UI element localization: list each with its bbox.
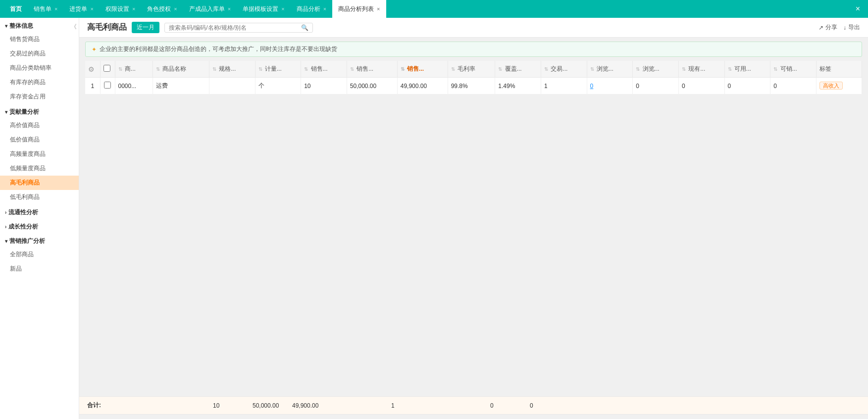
sidebar-item-high-freq[interactable]: 高频量度商品 bbox=[0, 147, 79, 161]
sidebar-group-growth[interactable]: › 成长性分析 bbox=[0, 219, 79, 233]
select-all-checkbox[interactable] bbox=[103, 65, 110, 72]
search-input[interactable] bbox=[169, 24, 301, 31]
search-box: 🔍 bbox=[164, 23, 313, 33]
row-transaction: 1 bbox=[541, 78, 587, 94]
col-browse1-header[interactable]: ⇅ 浏览... bbox=[587, 61, 633, 78]
col-sales-profit-header[interactable]: ⇅ 销售... bbox=[397, 61, 448, 78]
main-layout: 《 ▾ 整体信息 销售货商品 交易过的商品 商品分类助销率 有库存的商品 库存资… bbox=[0, 18, 868, 419]
nav-tab-permissions[interactable]: 权限设置 × bbox=[100, 0, 141, 18]
col-sellable-header[interactable]: ⇅ 可销... bbox=[770, 61, 817, 78]
sidebar-group-marketing[interactable]: ▾ 营销推广分析 bbox=[0, 233, 79, 247]
close-icon[interactable]: × bbox=[228, 6, 231, 12]
col-name-header[interactable]: ⇅ 商品名称 bbox=[153, 61, 209, 78]
col-spec-header[interactable]: ⇅ 规格... bbox=[209, 61, 255, 78]
search-icon[interactable]: 🔍 bbox=[301, 24, 308, 31]
nav-tab-analysis[interactable]: 商品分析 × bbox=[291, 0, 332, 18]
row-name: 运费 bbox=[153, 78, 209, 94]
col-unit-header[interactable]: ⇅ 计量... bbox=[255, 61, 301, 78]
sidebar-item-low-value[interactable]: 低价值商品 bbox=[0, 133, 79, 147]
sort-icon: ⇅ bbox=[350, 66, 354, 72]
sidebar-item-new-goods[interactable]: 新品 bbox=[0, 262, 79, 276]
nav-tab-home[interactable]: 首页 bbox=[4, 0, 28, 18]
info-icon: ✦ bbox=[92, 46, 97, 53]
nav-tab-template[interactable]: 单据模板设置 × bbox=[237, 0, 290, 18]
col-tag-header[interactable]: 标签 bbox=[816, 61, 862, 78]
sidebar-item-all-goods[interactable]: 全部商品 bbox=[0, 247, 79, 262]
sort-icon: ⇅ bbox=[451, 66, 455, 72]
row-browse1: 0 bbox=[587, 78, 633, 94]
close-icon[interactable]: × bbox=[377, 6, 380, 12]
sort-icon: ⇅ bbox=[498, 66, 502, 72]
table-container: ⚙ ⇅ 商... ⇅ 商品名称 bbox=[85, 61, 862, 396]
sidebar-item-category-rate[interactable]: 商品分类助销率 bbox=[0, 61, 79, 75]
row-checkbox[interactable] bbox=[104, 82, 111, 89]
col-gear: ⚙ bbox=[85, 61, 100, 78]
col-checkbox bbox=[100, 61, 115, 78]
col-sales-qty-header[interactable]: ⇅ 销售... bbox=[301, 61, 347, 78]
nav-tab-purchase[interactable]: 进货单 × bbox=[63, 0, 99, 18]
footer-gross-margin bbox=[329, 402, 358, 409]
sidebar-group-liquidity[interactable]: › 流通性分析 bbox=[0, 204, 79, 219]
close-icon[interactable]: × bbox=[132, 6, 135, 12]
sort-icon: ⇅ bbox=[728, 66, 732, 72]
sort-icon: ⇅ bbox=[682, 66, 686, 72]
horizontal-scrollbar[interactable] bbox=[79, 414, 868, 419]
share-icon: ↗ bbox=[818, 24, 823, 31]
col-browse2-header[interactable]: ⇅ 浏览... bbox=[633, 61, 679, 78]
top-navigation: 首页 销售单 × 进货单 × 权限设置 × 角色授权 × 产成品入库单 × 单据… bbox=[0, 0, 868, 18]
close-icon[interactable]: × bbox=[54, 6, 57, 12]
col-current-header[interactable]: ⇅ 现有... bbox=[678, 61, 724, 78]
sidebar-item-traded-goods[interactable]: 交易过的商品 bbox=[0, 47, 79, 61]
close-icon[interactable]: × bbox=[323, 6, 326, 12]
footer-values: 10 50,000.00 49,900.00 1 0 0 bbox=[111, 402, 860, 409]
sort-icon: ⇅ bbox=[544, 66, 548, 72]
col-code-header[interactable]: ⇅ 商... bbox=[115, 61, 153, 78]
header-actions: ↗ 分享 ↓ 导出 bbox=[818, 23, 860, 32]
export-icon: ↓ bbox=[843, 24, 846, 31]
footer-spacer bbox=[111, 402, 210, 409]
time-filter-button[interactable]: 近一月 bbox=[132, 22, 159, 33]
sidebar-group-contribution[interactable]: ▾ 贡献量分析 bbox=[0, 104, 79, 118]
close-icon[interactable]: × bbox=[281, 6, 284, 12]
close-icon[interactable]: × bbox=[90, 6, 93, 12]
nav-tab-inbound[interactable]: 产成品入库单 × bbox=[183, 0, 237, 18]
sidebar-item-sales-goods[interactable]: 销售货商品 bbox=[0, 32, 79, 47]
content-area: 高毛利商品 近一月 🔍 ↗ 分享 ↓ 导出 ✦ 企业的主要的利润都是这部分商品创… bbox=[79, 18, 868, 419]
sidebar-group-overall[interactable]: ▾ 整体信息 bbox=[0, 18, 79, 32]
col-sales-amount-header[interactable]: ⇅ 销售... bbox=[347, 61, 397, 78]
close-icon[interactable]: × bbox=[174, 6, 177, 12]
sidebar-item-stock-goods[interactable]: 有库存的商品 bbox=[0, 75, 79, 90]
col-coverage-header[interactable]: ⇅ 覆盖... bbox=[495, 61, 541, 78]
row-checkbox-cell bbox=[100, 78, 115, 94]
share-button[interactable]: ↗ 分享 bbox=[818, 23, 837, 32]
sidebar-item-high-value[interactable]: 高价值商品 bbox=[0, 118, 79, 133]
sidebar-item-high-margin[interactable]: 高毛利商品 bbox=[0, 176, 79, 190]
sidebar-item-stock-capital[interactable]: 库存资金占用 bbox=[0, 90, 79, 104]
nav-tab-sales[interactable]: 销售单 × bbox=[28, 0, 63, 18]
footer-sales-profit: 49,900.00 bbox=[289, 402, 329, 409]
sidebar-item-low-margin[interactable]: 低毛利商品 bbox=[0, 190, 79, 204]
nav-tab-roles[interactable]: 角色授权 × bbox=[141, 0, 183, 18]
footer-transaction: 1 bbox=[388, 402, 428, 409]
footer-coverage bbox=[358, 402, 388, 409]
sort-icon: ⇅ bbox=[773, 66, 777, 72]
row-sales-amount: 50,000.00 bbox=[347, 78, 397, 94]
footer-available: 0 bbox=[527, 402, 566, 409]
sidebar-collapse-button[interactable]: 《 bbox=[69, 22, 79, 32]
col-transaction-header[interactable]: ⇅ 交易... bbox=[541, 61, 587, 78]
row-spec bbox=[209, 78, 255, 94]
info-banner: ✦ 企业的主要的利润都是这部分商品创造的，可考虑加大推广，同时关注库存是不要出现… bbox=[85, 42, 862, 57]
row-sales-qty: 10 bbox=[301, 78, 347, 94]
chevron-right-icon: › bbox=[5, 224, 6, 230]
window-close-button[interactable]: × bbox=[852, 4, 864, 13]
nav-tab-analysis-list[interactable]: 商品分析列表 × bbox=[332, 0, 386, 18]
footer-current: 0 bbox=[487, 402, 527, 409]
row-code: 0000... bbox=[115, 78, 153, 94]
chevron-down-icon: ▾ bbox=[5, 23, 7, 29]
sidebar-item-low-freq[interactable]: 低频量度商品 bbox=[0, 161, 79, 176]
gear-icon[interactable]: ⚙ bbox=[88, 65, 95, 73]
row-index: 1 bbox=[85, 78, 100, 94]
export-button[interactable]: ↓ 导出 bbox=[843, 23, 860, 32]
col-available-header[interactable]: ⇅ 可用... bbox=[724, 61, 770, 78]
col-gross-margin-header[interactable]: ⇅ 毛利率 bbox=[448, 61, 495, 78]
